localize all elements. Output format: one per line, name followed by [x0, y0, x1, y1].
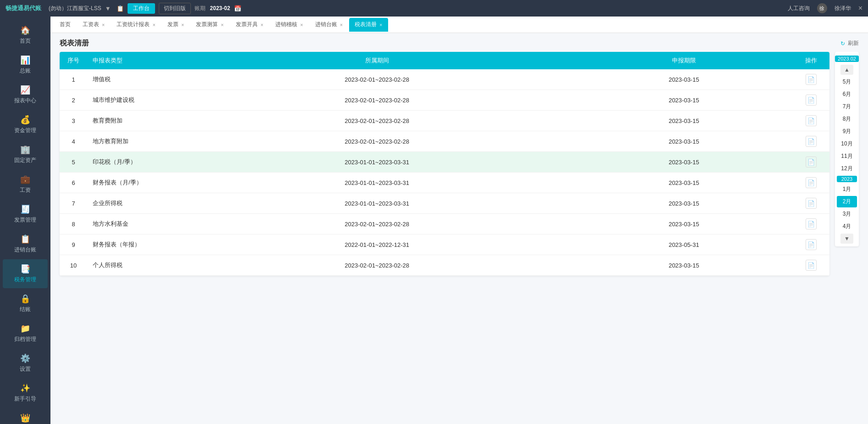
cal-nav-up[interactable]: ▲: [840, 65, 853, 75]
sidebar-label-settings: 设置: [20, 365, 31, 373]
cell-period: 2023-02-01~2023-02-28: [179, 214, 575, 234]
sidebar-label-invoice-mgmt: 发票管理: [14, 216, 36, 224]
tab-close-invoice-open[interactable]: ×: [261, 22, 263, 28]
cal-month-3[interactable]: 3月: [837, 208, 857, 220]
tab-salary-table[interactable]: 工资表 ×: [77, 18, 110, 32]
action-view-icon[interactable]: 📄: [806, 239, 817, 250]
cell-type: 增值税: [87, 69, 179, 90]
cell-action: 📄: [793, 193, 829, 214]
cal-month-4[interactable]: 4月: [837, 221, 857, 232]
action-view-icon[interactable]: 📄: [806, 260, 817, 271]
cal-month-6[interactable]: 6月: [837, 89, 857, 100]
workstation-button[interactable]: 工作台: [128, 3, 155, 14]
tab-close-purchase-ledger[interactable]: ×: [340, 22, 343, 28]
cell-deadline: 2023-03-15: [575, 173, 793, 193]
tab-close-tax-list[interactable]: ×: [379, 22, 382, 28]
tab-salary-stats[interactable]: 工资统计报表 ×: [111, 18, 161, 32]
action-view-icon[interactable]: 📄: [806, 115, 817, 126]
top-close-icon[interactable]: ×: [858, 4, 862, 12]
tab-close-purchase-verify[interactable]: ×: [300, 22, 303, 28]
tab-close-salary-table[interactable]: ×: [102, 22, 105, 28]
cell-type: 印花税（月/季）: [87, 152, 179, 173]
sidebar-item-home[interactable]: 🏠 首页: [3, 21, 48, 50]
cell-action: 📄: [793, 234, 829, 255]
sidebar-item-salary[interactable]: 💼 工资: [3, 170, 48, 199]
th-period: 所属期间: [179, 52, 575, 69]
action-view-icon[interactable]: 📄: [806, 156, 817, 167]
cal-month-7[interactable]: 7月: [837, 101, 857, 112]
action-view-icon[interactable]: 📄: [806, 177, 817, 188]
support-button[interactable]: 人工咨询: [788, 5, 810, 12]
cal-month-2[interactable]: 2月: [837, 196, 857, 207]
cal-year-badge: 2023: [837, 176, 857, 182]
closing-icon: 🔒: [20, 294, 30, 304]
sidebar-item-settings[interactable]: ⚙️ 设置: [3, 349, 48, 378]
user-name[interactable]: 徐泽华: [835, 5, 851, 12]
action-view-icon[interactable]: 📄: [806, 136, 817, 147]
tab-close-invoice-check[interactable]: ×: [221, 22, 223, 28]
tab-invoice-open[interactable]: 发票开具 ×: [230, 18, 269, 32]
fund-icon: 💰: [20, 115, 30, 125]
cell-action: 📄: [793, 152, 829, 173]
action-view-icon[interactable]: 📄: [806, 218, 817, 229]
tab-bar: 首页 工资表 × 工资统计报表 × 发票 × 发票测算 × 发票开具 ×: [50, 17, 868, 33]
sidebar-item-archive[interactable]: 📁 归档管理: [3, 319, 48, 348]
action-view-icon[interactable]: 📄: [806, 198, 817, 209]
cell-deadline: 2023-03-15: [575, 152, 793, 173]
content-area: 首页 工资表 × 工资统计报表 × 发票 × 发票测算 × 发票开具 ×: [50, 17, 868, 424]
cal-month-1[interactable]: 1月: [837, 184, 857, 195]
tab-tax-list[interactable]: 税表清册 ×: [349, 18, 388, 32]
cal-month-10[interactable]: 10月: [837, 138, 857, 150]
purchase-sales-icon: 📋: [20, 234, 30, 244]
sidebar-item-fund[interactable]: 💰 资金管理: [3, 110, 48, 139]
cal-month-5[interactable]: 5月: [837, 76, 857, 88]
cal-month-9[interactable]: 9月: [837, 126, 857, 137]
cell-period: 2023-02-01~2023-02-28: [179, 255, 575, 276]
cal-month-12[interactable]: 12月: [837, 163, 857, 174]
cell-action: 📄: [793, 131, 829, 152]
tab-purchase-ledger[interactable]: 进销台账 ×: [310, 18, 348, 32]
calendar-icon[interactable]: 📅: [234, 5, 241, 12]
sidebar-item-ledger[interactable]: 📊 总账: [3, 50, 48, 79]
sidebar-item-guide[interactable]: ✨ 新手引导: [3, 379, 48, 407]
cal-month-8[interactable]: 8月: [837, 113, 857, 125]
refresh-button[interactable]: ↻ 刷新: [840, 39, 859, 47]
cell-deadline: 2023-03-15: [575, 131, 793, 152]
sidebar-item-invoice-mgmt[interactable]: 🧾 发票管理: [3, 200, 48, 229]
top-bar: 畅捷通易代账 (勿动）江西服宝-LSS ▼ 📋 工作台 切到旧版 账期 2023…: [0, 0, 868, 17]
sidebar-item-tax-mgmt[interactable]: 📑 税务管理: [3, 259, 48, 288]
cell-type: 企业所得税: [87, 193, 179, 214]
tab-purchase-verify[interactable]: 进销稽核 ×: [270, 18, 308, 32]
salary-icon: 💼: [20, 174, 30, 184]
cell-action: 📄: [793, 214, 829, 234]
cell-type: 财务报表（年报）: [87, 234, 179, 255]
sidebar-item-closing[interactable]: 🔒 结账: [3, 289, 48, 318]
copy-icon[interactable]: 📋: [117, 5, 124, 12]
reports-icon: 📈: [20, 85, 30, 95]
th-deadline: 申报期限: [575, 52, 793, 69]
switch-old-button[interactable]: 切到旧版: [159, 3, 191, 14]
tab-home[interactable]: 首页: [54, 18, 76, 32]
tab-close-invoice[interactable]: ×: [181, 22, 184, 28]
cell-deadline: 2023-03-15: [575, 111, 793, 131]
sidebar-item-fixed-assets[interactable]: 🏢 固定资产: [3, 140, 48, 169]
tab-close-salary-stats[interactable]: ×: [152, 22, 155, 28]
th-action: 操作: [793, 52, 829, 69]
sidebar-item-reports[interactable]: 📈 报表中心: [3, 80, 48, 109]
table-row: 8 地方水利基金 2023-02-01~2023-02-28 2023-03-1…: [60, 214, 829, 234]
refresh-label: 刷新: [848, 39, 859, 47]
cell-deadline: 2023-03-15: [575, 90, 793, 111]
sidebar-item-member[interactable]: 👑 畅会员: [3, 408, 48, 424]
cell-period: 2023-02-01~2023-02-28: [179, 90, 575, 111]
action-view-icon[interactable]: 📄: [806, 95, 817, 106]
cal-nav-down[interactable]: ▼: [840, 234, 853, 244]
calendar-panel: 2023.02 ▲ 5月 6月 7月 8月 9月 10月 11月 12月 202…: [835, 52, 859, 246]
tab-invoice[interactable]: 发票 ×: [162, 18, 189, 32]
action-view-icon[interactable]: 📄: [806, 74, 817, 85]
company-dropdown-icon[interactable]: ▼: [105, 5, 111, 12]
cal-month-11[interactable]: 11月: [837, 151, 857, 162]
table-row: 7 企业所得税 2023-01-01~2023-03-31 2023-03-15…: [60, 193, 829, 214]
sidebar-item-purchase-sales[interactable]: 📋 进销台账: [3, 229, 48, 258]
top-bar-right: 人工咨询 徐 徐泽华 ×: [788, 3, 862, 13]
tab-invoice-check[interactable]: 发票测算 ×: [190, 18, 229, 32]
